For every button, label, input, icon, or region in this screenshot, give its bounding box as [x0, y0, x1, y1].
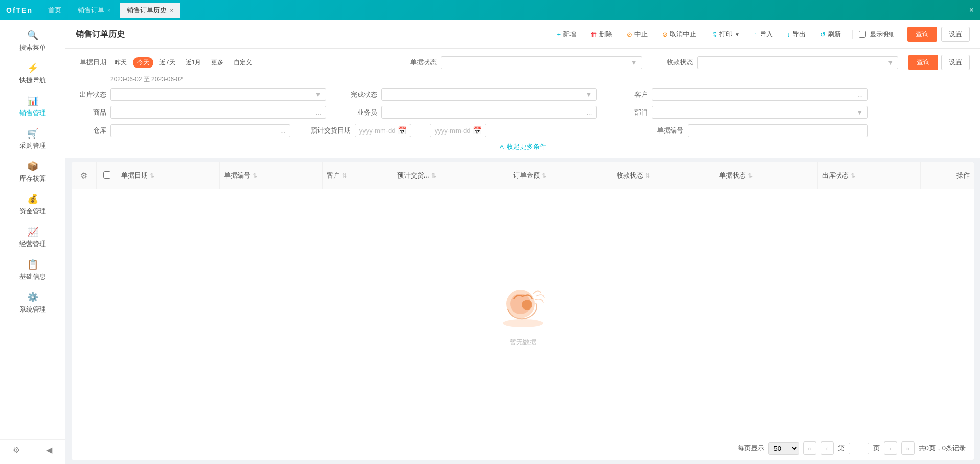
expected-date-to[interactable]: yyyy-mm-dd 📅: [430, 124, 486, 137]
th-out-status-label: 出库状态: [822, 171, 849, 180]
date-tab-last1month[interactable]: 近1月: [181, 57, 206, 68]
goods-input[interactable]: ...: [110, 106, 326, 119]
sidebar-item-search-menu[interactable]: 🔍 搜索菜单: [0, 25, 65, 57]
import-button[interactable]: ↑ 导入: [749, 28, 778, 41]
window-minimize[interactable]: —: [959, 7, 965, 14]
sidebar-item-capital-mgmt[interactable]: 💰 资金管理: [0, 188, 65, 221]
tab-sales-order-history-close[interactable]: ×: [170, 7, 173, 13]
sidebar-item-system-mgmt[interactable]: ⚙️ 系统管理: [0, 286, 65, 319]
department-dropdown-icon: ▼: [856, 108, 863, 116]
bill-date-label: 单据日期: [76, 58, 106, 67]
complete-status-select[interactable]: ▼: [381, 88, 597, 101]
sidebar-item-sales-mgmt[interactable]: 📊 销售管理: [0, 90, 65, 123]
sidebar-item-basic-info[interactable]: 📋 基础信息: [0, 254, 65, 286]
cancel-stop-icon: ⊘: [662, 31, 668, 38]
sidebar: 🔍 搜索菜单 ⚡ 快捷导航 📊 销售管理 🛒 采购管理 📦 库存核算 💰 资金管…: [0, 20, 65, 464]
stop-button[interactable]: ⊘ 中止: [622, 28, 653, 41]
th-bill-date[interactable]: 单据日期 ⇅: [117, 162, 220, 189]
date-tab-last7[interactable]: 近7天: [155, 57, 179, 68]
bill-status-select[interactable]: ▼: [441, 56, 642, 69]
expected-date-from[interactable]: yyyy-mm-dd 📅: [355, 124, 411, 137]
tab-sales-order[interactable]: 销售订单 ×: [71, 3, 118, 18]
toolbar-divider2: [901, 30, 901, 39]
payment-status-select[interactable]: ▼: [697, 56, 898, 69]
new-label: 新增: [563, 30, 576, 39]
filter-bill-number: 单据编号: [653, 124, 868, 137]
next-page-icon: ›: [889, 445, 891, 452]
export-button[interactable]: ↓ 导出: [782, 28, 811, 41]
bill-number-label: 单据编号: [653, 126, 683, 135]
query-button[interactable]: 查询: [907, 27, 937, 42]
sort-customer-icon: ⇅: [342, 172, 347, 179]
first-page-btn[interactable]: «: [803, 441, 816, 455]
sidebar-toggle-btn[interactable]: ◀: [46, 445, 52, 455]
th-customer[interactable]: 客户 ⇅: [323, 162, 393, 189]
display-detail-checkbox[interactable]: [859, 31, 866, 38]
out-status-select[interactable]: ▼: [110, 88, 326, 101]
department-select[interactable]: ▼: [652, 106, 868, 119]
refresh-label: 刷新: [828, 30, 841, 39]
sidebar-item-purchase-mgmt[interactable]: 🛒 采购管理: [0, 123, 65, 156]
filter-out-status: 出库状态 ▼: [76, 88, 326, 101]
date-tab-more[interactable]: 更多: [207, 57, 227, 68]
expected-date-to-text: yyyy-mm-dd: [435, 127, 471, 135]
date-tab-yesterday[interactable]: 昨天: [110, 57, 131, 68]
th-out-status[interactable]: 出库状态 ⇅: [818, 162, 921, 189]
filter-bill-date: 单据日期 昨天 今天 近7天 近1月 更多 自定义: [76, 57, 406, 68]
new-button[interactable]: + 新增: [552, 28, 582, 41]
last-page-btn[interactable]: »: [901, 441, 915, 455]
sidebar-settings-btn[interactable]: ⚙: [13, 445, 20, 455]
th-settings[interactable]: ⚙: [72, 162, 97, 189]
th-checkbox[interactable]: [97, 162, 117, 189]
last-page-icon: »: [906, 445, 909, 452]
collapse-row[interactable]: ∧ 收起更多条件: [76, 142, 970, 151]
filter-row-1: 单据日期 昨天 今天 近7天 近1月 更多 自定义 单据状态: [76, 55, 970, 70]
export-icon: ↓: [787, 31, 791, 38]
calendar-from-icon: 📅: [398, 126, 406, 135]
th-payment-status[interactable]: 收款状态 ⇅: [612, 162, 715, 189]
cancel-stop-button[interactable]: ⊘ 取消中止: [657, 28, 701, 41]
out-status-dropdown-icon: ▼: [315, 91, 322, 98]
per-page-select[interactable]: 50 10 20 100: [768, 442, 799, 455]
settings-button[interactable]: 设置: [941, 27, 970, 42]
tab-sales-order-history[interactable]: 销售订单历史 ×: [120, 3, 180, 18]
date-tab-custom[interactable]: 自定义: [230, 57, 256, 68]
delete-button[interactable]: 🗑 删除: [585, 28, 618, 41]
prev-page-btn[interactable]: ‹: [821, 441, 834, 455]
th-order-amount[interactable]: 订单金额 ⇅: [509, 162, 612, 189]
print-button[interactable]: 🖨 打印 ▼: [705, 28, 745, 41]
sidebar-item-quick-nav[interactable]: ⚡ 快捷导航: [0, 57, 65, 90]
out-status-label: 出库状态: [76, 90, 106, 99]
th-bill-number[interactable]: 单据编号 ⇅: [220, 162, 323, 189]
table-settings-btn[interactable]: ⚙: [76, 167, 92, 184]
filter-expected-date: 预计交货日期 yyyy-mm-dd 📅 — yyyy-mm-dd 📅: [311, 124, 633, 137]
refresh-button[interactable]: ↺ 刷新: [815, 28, 846, 41]
sidebar-item-inventory-calc[interactable]: 📦 库存核算: [0, 156, 65, 188]
customer-input[interactable]: ...: [652, 88, 868, 101]
next-page-btn[interactable]: ›: [884, 441, 897, 455]
goods-label: 商品: [76, 108, 106, 117]
window-close[interactable]: ×: [969, 6, 974, 15]
th-expected-delivery[interactable]: 预计交货... ⇅: [393, 162, 509, 189]
settings-button-2[interactable]: 设置: [941, 55, 970, 70]
date-tab-today[interactable]: 今天: [133, 57, 153, 68]
warehouse-input[interactable]: ...: [110, 124, 290, 137]
sidebar-item-operation-mgmt[interactable]: 📈 经营管理: [0, 221, 65, 254]
salesperson-input[interactable]: ...: [381, 106, 597, 119]
sort-bill-status-icon: ⇅: [748, 172, 753, 179]
filter-payment-status: 收款状态 ▼: [663, 56, 898, 69]
th-bill-status[interactable]: 单据状态 ⇅: [715, 162, 817, 189]
system-mgmt-icon: ⚙️: [27, 292, 38, 303]
toolbar: + 新增 🗑 删除 ⊘ 中止 ⊘ 取消中止: [552, 27, 970, 42]
sort-out-status-icon: ⇅: [851, 172, 855, 179]
tab-home[interactable]: 首页: [41, 3, 69, 18]
query-button-2[interactable]: 查询: [908, 55, 938, 70]
page-input[interactable]: 1: [849, 443, 869, 454]
date-range-area: 昨天 今天 近7天 近1月 更多 自定义: [110, 57, 406, 68]
tab-sales-order-close[interactable]: ×: [107, 7, 110, 13]
bill-number-input[interactable]: [688, 124, 868, 137]
th-customer-label: 客户: [327, 171, 340, 180]
select-all-checkbox[interactable]: [103, 171, 110, 179]
payment-status-label: 收款状态: [663, 58, 693, 67]
salesperson-ellipsis: ...: [587, 108, 592, 116]
